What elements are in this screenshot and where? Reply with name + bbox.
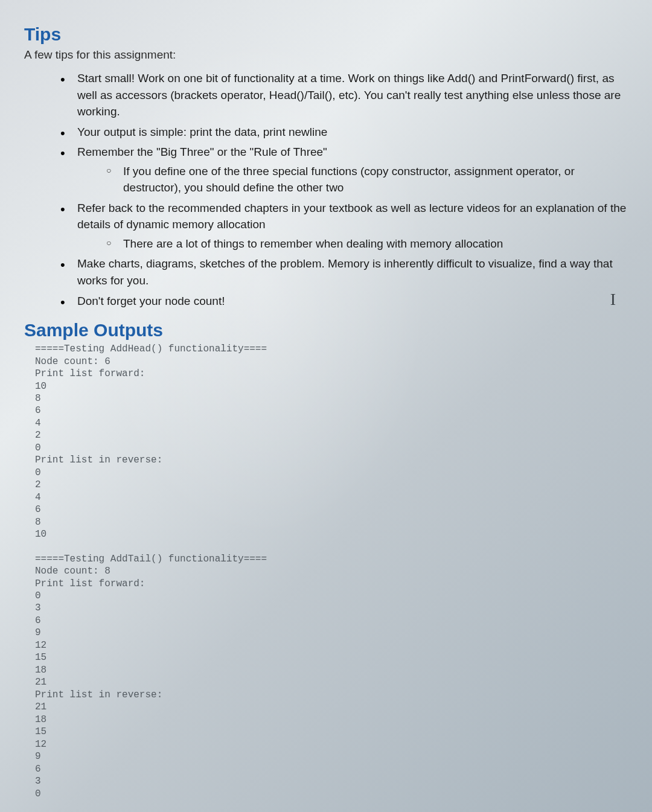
tips-intro: A few tips for this assignment: [24, 48, 628, 62]
list-item: If you define one of the three special f… [106, 163, 628, 196]
tips-list: Start small! Work on one bit of function… [24, 70, 628, 309]
list-item: There are a lot of things to remember wh… [106, 235, 628, 252]
list-item-text: Refer back to the recommended chapters i… [77, 202, 626, 231]
sample-output-block: =====Testing AddTail() functionality====… [24, 553, 628, 800]
tips-heading: Tips [24, 24, 628, 45]
sub-list: If you define one of the three special f… [77, 163, 628, 196]
sample-outputs-heading: Sample Outputs [24, 320, 628, 340]
list-item-text: Remember the "Big Three" or the "Rule of… [77, 145, 327, 158]
list-item: Make charts, diagrams, sketches of the p… [60, 255, 628, 289]
list-item: Your output is simple: print the data, p… [60, 124, 628, 141]
sample-output-block: =====Testing AddHead() functionality====… [24, 343, 628, 541]
list-item: Refer back to the recommended chapters i… [60, 200, 628, 252]
list-item: Don't forget your node count! [60, 293, 628, 310]
list-item: Remember the "Big Three" or the "Rule of… [60, 144, 628, 196]
list-item: Start small! Work on one bit of function… [60, 70, 628, 120]
sub-list: There are a lot of things to remember wh… [77, 235, 628, 252]
